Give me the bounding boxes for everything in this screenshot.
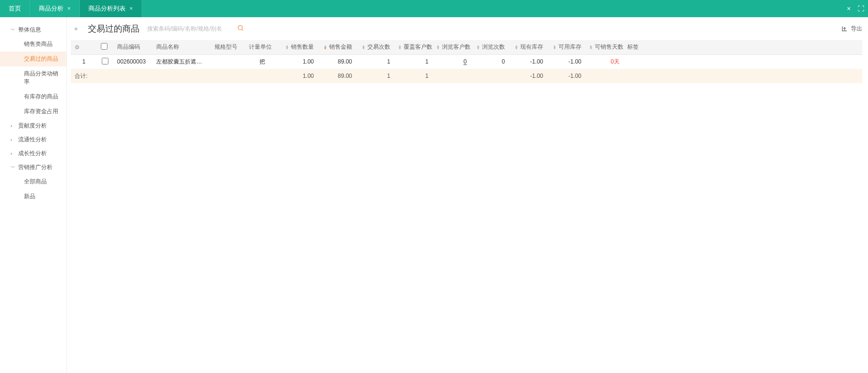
sort-icon: ▲▼ bbox=[589, 45, 593, 50]
sort-icon: ▲▼ bbox=[362, 45, 365, 50]
sidebar-item-stock-products[interactable]: 有库存的商品 bbox=[0, 89, 66, 104]
export-button[interactable]: 导出 bbox=[841, 25, 862, 33]
table-row[interactable]: 1 002600003 左都胶囊五折遮阳伞防晒伞 把 1.00 89.00 1 … bbox=[71, 54, 862, 69]
footer-view-customers bbox=[432, 69, 471, 83]
tab-product-analysis-list[interactable]: 商品分析列表 × bbox=[80, 0, 142, 17]
sidebar-section-contribution[interactable]: › 贡献度分析 bbox=[0, 119, 66, 133]
section-title: 贡献度分析 bbox=[18, 122, 47, 130]
footer-trades: 1 bbox=[356, 69, 394, 83]
footer-row: 合计: 1.00 89.00 1 1 -1.00 -1.00 bbox=[71, 69, 862, 83]
cell-view-customers[interactable]: 0 bbox=[432, 54, 471, 69]
footer-label: 合计: bbox=[71, 69, 113, 83]
sidebar-item-stock-funds[interactable]: 库存资金占用 bbox=[0, 104, 66, 119]
tab-home[interactable]: 首页 bbox=[0, 0, 30, 17]
page-title: 交易过的商品 bbox=[88, 23, 139, 34]
cell-code: 002600003 bbox=[113, 54, 152, 69]
cell-checkbox bbox=[97, 54, 113, 69]
tab-label: 商品分析列表 bbox=[88, 4, 126, 13]
chevron-right-icon: › bbox=[11, 123, 16, 128]
col-view-customers[interactable]: ▲▼浏览客户数 bbox=[432, 40, 471, 54]
col-sale-days[interactable]: ▲▼可销售天数 bbox=[585, 40, 623, 54]
sort-icon: ▲▼ bbox=[553, 45, 557, 50]
table-area: ⚙ 商品编码 商品名称 规格型号 计量单位 ▲▼销售数量 ▲▼销售金额 ▲▼交易… bbox=[71, 40, 862, 373]
export-label: 导出 bbox=[851, 25, 862, 33]
close-all-icon[interactable]: × bbox=[847, 5, 851, 12]
sort-icon: ▲▼ bbox=[398, 45, 402, 50]
sidebar-section-liquidity[interactable]: › 流通性分析 bbox=[0, 133, 66, 147]
sidebar-section-overall[interactable]: ﹀ 整体信息 bbox=[0, 23, 66, 37]
col-gear[interactable]: ⚙ bbox=[71, 40, 97, 54]
cell-name: 左都胶囊五折遮阳伞防晒伞 bbox=[152, 54, 211, 69]
footer-customers: 1 bbox=[394, 69, 432, 83]
cell-idx: 1 bbox=[71, 54, 97, 69]
col-stock[interactable]: ▲▼现有库存 bbox=[509, 40, 547, 54]
cell-spec bbox=[211, 54, 245, 69]
export-icon bbox=[841, 25, 848, 32]
data-table: ⚙ 商品编码 商品名称 规格型号 计量单位 ▲▼销售数量 ▲▼销售金额 ▲▼交易… bbox=[71, 40, 862, 83]
cell-trades: 1 bbox=[356, 54, 394, 69]
cell-tags bbox=[623, 54, 862, 69]
col-tags[interactable]: 标签 bbox=[623, 40, 862, 54]
svg-line-1 bbox=[242, 29, 243, 31]
col-customers[interactable]: ▲▼覆盖客户数 bbox=[394, 40, 432, 54]
col-name[interactable]: 商品名称 bbox=[152, 40, 211, 54]
tab-product-analysis[interactable]: 商品分析 × bbox=[30, 0, 80, 17]
col-avail-stock[interactable]: ▲▼可用库存 bbox=[547, 40, 585, 54]
sidebar: ﹀ 整体信息 销售类商品 交易过的商品 商品分类动销率 有库存的商品 库存资金占… bbox=[0, 17, 67, 373]
section-title: 整体信息 bbox=[18, 26, 41, 34]
cell-sale-days: 0天 bbox=[585, 54, 623, 69]
col-trades[interactable]: ▲▼交易次数 bbox=[356, 40, 394, 54]
footer-avail-stock: -1.00 bbox=[547, 69, 585, 83]
sidebar-item-all-products[interactable]: 全部商品 bbox=[0, 174, 66, 189]
footer-stock: -1.00 bbox=[509, 69, 547, 83]
select-all-checkbox[interactable] bbox=[101, 43, 107, 50]
footer-tags bbox=[623, 69, 862, 83]
col-unit[interactable]: 计量单位 bbox=[245, 40, 279, 54]
content-area: « 交易过的商品 导出 bbox=[67, 17, 868, 373]
content-header: « 交易过的商品 导出 bbox=[71, 23, 862, 34]
col-checkbox bbox=[97, 40, 113, 54]
search-box bbox=[147, 24, 244, 33]
sidebar-item-new-products[interactable]: 新品 bbox=[0, 189, 66, 204]
sidebar-section-marketing[interactable]: ﹀ 营销推广分析 bbox=[0, 160, 66, 174]
tab-label: 首页 bbox=[9, 4, 21, 13]
col-amount[interactable]: ▲▼销售金额 bbox=[318, 40, 356, 54]
col-code[interactable]: 商品编码 bbox=[113, 40, 152, 54]
col-qty[interactable]: ▲▼销售数量 bbox=[279, 40, 318, 54]
cell-unit: 把 bbox=[245, 54, 279, 69]
cell-stock: -1.00 bbox=[509, 54, 547, 69]
close-icon[interactable]: × bbox=[67, 5, 71, 12]
section-title: 营销推广分析 bbox=[18, 163, 53, 171]
search-input[interactable] bbox=[147, 25, 233, 32]
col-spec[interactable]: 规格型号 bbox=[211, 40, 245, 54]
tab-label: 商品分析 bbox=[39, 4, 64, 13]
col-views[interactable]: ▲▼浏览次数 bbox=[471, 40, 509, 54]
tab-bar: 首页 商品分析 × 商品分析列表 × × ⛶ bbox=[0, 0, 868, 17]
cell-customers: 1 bbox=[394, 54, 432, 69]
close-icon[interactable]: × bbox=[129, 5, 133, 12]
header-row: ⚙ 商品编码 商品名称 规格型号 计量单位 ▲▼销售数量 ▲▼销售金额 ▲▼交易… bbox=[71, 40, 862, 54]
collapse-sidebar-button[interactable]: « bbox=[71, 23, 81, 34]
chevron-right-icon: › bbox=[11, 151, 16, 156]
search-icon[interactable] bbox=[237, 24, 244, 33]
tabbar-actions: × ⛶ bbox=[847, 0, 864, 17]
fullscreen-icon[interactable]: ⛶ bbox=[857, 5, 864, 12]
cell-amount: 89.00 bbox=[318, 54, 356, 69]
sidebar-item-traded-products[interactable]: 交易过的商品 bbox=[0, 52, 66, 66]
footer-sale-days bbox=[585, 69, 623, 83]
cell-qty: 1.00 bbox=[279, 54, 318, 69]
cell-avail-stock: -1.00 bbox=[547, 54, 585, 69]
footer-amount: 89.00 bbox=[318, 69, 356, 83]
chevron-down-icon: ﹀ bbox=[11, 27, 16, 33]
gear-icon[interactable]: ⚙ bbox=[75, 44, 80, 51]
svg-point-0 bbox=[238, 26, 243, 30]
sort-icon: ▲▼ bbox=[285, 45, 289, 50]
section-title: 成长性分析 bbox=[18, 149, 47, 158]
sidebar-item-sales-products[interactable]: 销售类商品 bbox=[0, 37, 66, 52]
row-checkbox[interactable] bbox=[102, 58, 108, 64]
sort-icon: ▲▼ bbox=[323, 45, 327, 50]
sidebar-section-growth[interactable]: › 成长性分析 bbox=[0, 147, 66, 160]
sidebar-item-category-rate[interactable]: 商品分类动销率 bbox=[0, 66, 66, 89]
cell-views: 0 bbox=[471, 54, 509, 69]
sort-icon: ▲▼ bbox=[476, 45, 480, 50]
